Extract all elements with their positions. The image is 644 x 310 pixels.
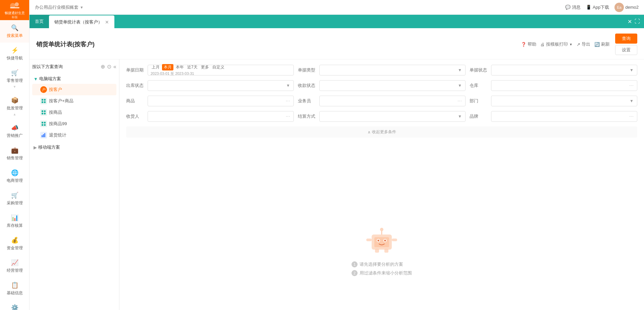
sidebar-item-sales[interactable]: 💼 销售管理 <box>0 143 30 165</box>
date-btn-custom[interactable]: 自定义 <box>211 64 225 70</box>
topbar-right: 💬 消息 📱 App下载 Ea demo2 <box>565 3 639 12</box>
svg-rect-26 <box>366 239 372 241</box>
filter-goods-input[interactable]: ··· <box>148 96 294 106</box>
filter-warehouse-input[interactable]: ··· <box>491 80 637 91</box>
svg-point-22 <box>378 240 379 242</box>
date-btn-7days[interactable]: 近7天 <box>186 64 199 70</box>
tree-item-return-stats[interactable]: 退货统计 <box>32 130 116 141</box>
filter-pay-status-chevron: ▼ <box>458 83 462 88</box>
filter-doc-status-label: 单据状态 <box>470 67 488 73</box>
sales-icon: 💼 <box>11 147 18 154</box>
account-selector[interactable]: 办公用品行业模拟账套 ▼ <box>35 4 84 10</box>
right-panel: 单据日期 上月 本月 本年 近7天 更多 自定义 20 <box>119 59 644 310</box>
tree-group-pc-header[interactable]: ▼ 电脑端方案 <box>32 74 116 84</box>
sidebar-item-basic[interactable]: 📋 基础信息 <box>0 277 30 300</box>
template-print-btn[interactable]: 🖨 按模板打印 ▼ <box>540 41 573 47</box>
sidebar-item-retail[interactable]: 🛒 零售管理 ▼ <box>0 65 30 93</box>
tree-item-by-customer-goods-label: 按客户+商品 <box>49 98 73 104</box>
edit-scheme-icon[interactable]: ⊙ <box>107 63 111 70</box>
message-btn[interactable]: 💬 消息 <box>565 4 581 10</box>
filter-date-input[interactable]: 上月 本月 本年 近7天 更多 自定义 2023-03-01 至 2023-03… <box>148 65 294 75</box>
filter-payment-chevron: ▼ <box>458 114 462 119</box>
message-icon: 💬 <box>565 5 571 10</box>
filter-pay-status-input[interactable]: ▼ <box>319 80 466 91</box>
by-goods-99-icon <box>40 120 47 127</box>
filter-brand-dots: ··· <box>629 113 634 119</box>
filter-payment-input[interactable]: ▼ <box>319 111 466 122</box>
sidebar-item-marketing[interactable]: 📣 营销推广 <box>0 120 30 143</box>
tab-home[interactable]: 首页 <box>30 15 49 28</box>
sidebar-item-search[interactable]: 🔍 搜索菜单 <box>0 20 30 43</box>
return-stats-icon <box>40 132 47 139</box>
template-print-chevron: ▼ <box>569 43 573 46</box>
tree-group-mobile-header[interactable]: ▶ 移动端方案 <box>32 142 116 152</box>
date-btn-more[interactable]: 更多 <box>200 64 210 70</box>
app-download-btn[interactable]: 📱 App下载 <box>586 4 609 10</box>
sidebar-item-ops[interactable]: 📈 经营管理 <box>0 255 30 277</box>
filter-doc-type-input[interactable]: ▼ <box>319 65 466 75</box>
setting-button[interactable]: 设置 <box>615 45 637 55</box>
tabbar: 首页 销货单统计表（按客户） ✕ ✕ ⛶ <box>30 15 644 28</box>
date-btn-this-month[interactable]: 本月 <box>162 64 173 70</box>
svg-rect-19 <box>374 237 389 247</box>
tree-item-by-customer-label: 按客户 <box>49 87 62 93</box>
date-range-text: 2023-03-01 至 2023-03-31 <box>151 71 291 76</box>
date-btn-this-year[interactable]: 本年 <box>175 64 185 70</box>
sidebar-item-retail-label: 零售管理 <box>7 78 23 84</box>
app-version-text: 标版 <box>12 15 18 19</box>
filter-date-item: 单据日期 上月 本月 本年 近7天 更多 自定义 20 <box>126 65 294 75</box>
tab-expand-icon[interactable]: ⛶ <box>635 18 640 24</box>
collapse-left-icon[interactable]: « <box>113 64 116 70</box>
collapse-label: 收起更多条件 <box>372 129 396 135</box>
filter-dept-label: 部门 <box>470 98 488 104</box>
help-btn[interactable]: ❓ 帮助 <box>521 41 536 47</box>
marketing-icon: 📣 <box>11 124 18 132</box>
filter-goods-dots: ··· <box>286 98 290 104</box>
sidebar-item-purchase[interactable]: 🛒 采购管理 <box>0 188 30 210</box>
tree-item-by-goods[interactable]: 按商品 <box>32 107 116 118</box>
add-scheme-icon[interactable]: ⊕ <box>101 63 105 70</box>
basic-icon: 📋 <box>11 281 18 289</box>
export-btn[interactable]: ↗ 导出 <box>577 41 590 47</box>
tab-minimize-icon[interactable]: ✕ <box>628 18 632 25</box>
app-download-icon: 📱 <box>586 5 591 10</box>
sidebar-item-quick-nav[interactable]: ⚡ 快捷导航 <box>0 43 30 65</box>
filter-doc-status-input[interactable]: ▼ <box>491 65 637 75</box>
sidebar-item-finance[interactable]: 💰 资金管理 <box>0 232 30 255</box>
sidebar-item-system[interactable]: ⚙️ 系统管理 <box>0 300 30 310</box>
sidebar-item-wholesale[interactable]: 📦 批发管理 ▲ <box>0 93 30 120</box>
date-btn-last-month[interactable]: 上月 <box>151 64 161 70</box>
by-customer-goods-icon <box>40 98 47 104</box>
sidebar-item-ecom[interactable]: 🌐 电商管理 <box>0 165 30 188</box>
tree-item-by-customer[interactable]: 户 按客户 <box>32 84 116 95</box>
user-profile[interactable]: Ea demo2 <box>614 3 639 12</box>
tree-item-by-goods-99[interactable]: 按商品99 <box>32 118 116 130</box>
sidebar-item-ops-label: 经营管理 <box>7 268 23 273</box>
collapse-bar[interactable]: ∧ 收起更多条件 <box>126 126 637 138</box>
svg-rect-14 <box>44 124 46 126</box>
svg-rect-4 <box>44 99 46 101</box>
tree-group-mobile-label: 移动端方案 <box>38 144 60 150</box>
filter-out-status-input[interactable]: ▼ <box>148 80 294 91</box>
sidebar-item-inventory[interactable]: 📊 库存核算 <box>0 210 30 232</box>
tab-close-icon[interactable]: ✕ <box>105 19 109 25</box>
query-button[interactable]: 查询 <box>615 34 637 44</box>
content-body: 按以下方案查询 ⊕ ⊙ « ▼ 电脑端方案 户 按客户 <box>30 59 644 310</box>
quick-nav-icon: ⚡ <box>11 47 18 54</box>
filter-recipient-input[interactable]: ··· <box>148 111 294 122</box>
tab-sales-stats[interactable]: 销货单统计表（按客户） ✕ <box>49 15 114 29</box>
tab-sales-stats-label: 销货单统计表（按客户） <box>54 19 102 25</box>
tree-group-pc-label: 电脑端方案 <box>39 76 61 82</box>
filter-recipient-dots: ··· <box>286 113 290 119</box>
svg-rect-10 <box>44 113 46 114</box>
filter-doc-status-chevron: ▼ <box>630 68 634 72</box>
refresh-btn[interactable]: 🔄 刷新 <box>594 41 610 47</box>
svg-rect-27 <box>392 239 397 241</box>
left-panel-header: 按以下方案查询 ⊕ ⊙ « <box>32 63 116 70</box>
filter-staff-input[interactable]: ··· <box>319 96 466 106</box>
tree-item-by-customer-goods[interactable]: 按客户+商品 <box>32 95 116 107</box>
filter-dept-input[interactable]: ▼ <box>491 96 637 106</box>
svg-rect-28 <box>375 249 379 253</box>
filter-brand-input[interactable]: ··· <box>491 111 637 122</box>
filter-doc-status-item: 单据状态 ▼ <box>470 65 637 75</box>
